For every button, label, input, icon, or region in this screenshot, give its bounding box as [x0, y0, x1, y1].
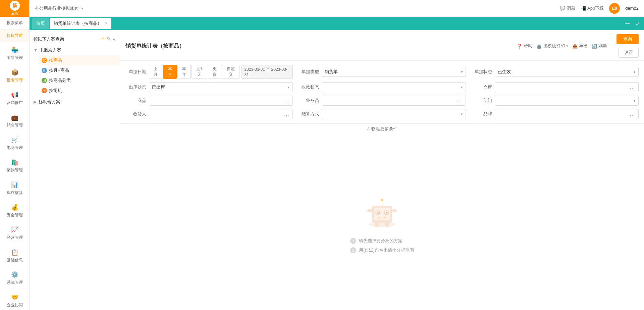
tree-expand-icon: ▼	[34, 48, 38, 53]
sidebar-item-finance[interactable]: 💰 资金管理	[0, 200, 29, 222]
sidebar-item-retail[interactable]: 🏪 零售管理	[0, 42, 29, 65]
tip-1-num: 1	[350, 238, 356, 244]
collapse-label: ∧ 收起更多条件	[367, 126, 398, 131]
tree-item-by-category[interactable]: 回 按商品分类	[39, 75, 120, 86]
date-last-month-btn[interactable]: 上月	[149, 65, 162, 79]
tree-item-category-icon: 回	[42, 78, 47, 83]
date-group: 上月 本月 本年 近7天 更多 自定义 2023-03-01 至 2023-03…	[149, 65, 293, 79]
app-logo[interactable]: 畅 标版	[0, 0, 29, 17]
svg-point-5	[377, 212, 379, 214]
date-7days-btn[interactable]: 近7天	[192, 65, 207, 79]
logo-text: 标版	[11, 11, 18, 16]
doc-status-label: 单据状态	[471, 69, 495, 75]
setting-btn[interactable]: 设置	[619, 48, 639, 58]
ecommerce-icon: 🛒	[1, 136, 28, 144]
sidebar-item-wholesale[interactable]: 📦 批发管理	[0, 65, 29, 87]
tree-item-by-cashier[interactable]: 司 按司机	[39, 86, 120, 96]
warehouse-dots: …	[630, 84, 636, 90]
tab-maximize-btn[interactable]: ⤢	[634, 19, 641, 28]
sidebar-item-sales[interactable]: 💼 销售管理	[0, 110, 29, 132]
tree-group-mobile[interactable]: ▶ 移动端方案	[30, 97, 120, 107]
tree-item-by-month-product-label: 按月+商品	[49, 67, 69, 73]
tab-home-label: 首页	[36, 20, 45, 27]
sidebar-item-inventory[interactable]: 📊 库存核算	[0, 177, 29, 200]
tab-active[interactable]: 销货单统计表（按商品） ×	[50, 18, 111, 29]
collapse-conditions-btn[interactable]: ∧ 收起更多条件	[120, 123, 644, 134]
date-more-btn[interactable]: 更多	[208, 65, 221, 79]
tree-group-pc[interactable]: ▼ 电脑端方案	[30, 45, 120, 55]
date-custom-btn[interactable]: 自定义	[222, 65, 239, 79]
print-btn[interactable]: 🖨️ 按模板打印 ▾	[536, 43, 568, 49]
app-download-btn[interactable]: 📲 App下载	[581, 5, 604, 11]
help-label: 帮助	[524, 43, 532, 49]
right-panel: 销货单统计表（按商品） ❓ 帮助 🖨️ 按模板打印 ▾ 📤 导出	[120, 30, 644, 310]
search-btn[interactable]: 查询	[616, 34, 639, 44]
add-scheme-btn[interactable]: +	[101, 36, 105, 43]
filter-doc-status: 单据状态 已生效 ▾	[471, 67, 639, 77]
tree-item-by-product[interactable]: 按 按商品	[39, 55, 120, 65]
industry-dropdown-icon[interactable]: ▾	[81, 6, 83, 11]
operations-icon: 📈	[1, 226, 28, 234]
svg-rect-12	[385, 222, 389, 227]
tip-1-text: 请先选择要分析的方案	[359, 238, 402, 244]
page-title: 销货单统计表（按商品）	[125, 43, 184, 50]
main-area: 办公用品行业模拟账套 ▾ 💬 消息 📲 App下载 Ea demo2 首页 销货…	[30, 0, 644, 310]
receipt-status-label: 收款状态	[298, 84, 322, 90]
message-btn[interactable]: 💬 消息	[560, 5, 575, 11]
tree-item-month-icon: 月	[42, 68, 47, 73]
sidebar-item-cooperation-label: 企业协同	[7, 303, 23, 307]
doc-status-caret: ▾	[634, 70, 636, 74]
print-icon: 🖨️	[536, 44, 542, 49]
filter-recipient: 收货人 …	[125, 109, 293, 119]
sidebar-item-operations-label: 经营管理	[7, 235, 23, 240]
industry-label: 办公用品行业模拟账套	[35, 5, 78, 11]
quick-nav[interactable]: 快捷导航	[0, 30, 29, 42]
svg-rect-10	[392, 209, 397, 212]
sidebar-item-finance-label: 资金管理	[7, 213, 23, 217]
sidebar-item-system[interactable]: ⚙️ 系统管理	[0, 267, 29, 290]
sidebar-item-operations[interactable]: 📈 经营管理	[0, 222, 29, 245]
logo-icon: 畅	[10, 1, 20, 11]
tab-minimize-btn[interactable]: —	[624, 19, 632, 28]
tab-home[interactable]: 首页	[32, 18, 49, 29]
print-dropdown-icon[interactable]: ▾	[566, 44, 568, 48]
tab-close-icon[interactable]: ×	[105, 21, 107, 26]
collapse-scheme-btn[interactable]: «	[113, 37, 116, 42]
tree-item-by-category-label: 按商品分类	[49, 78, 71, 84]
salesperson-input[interactable]: …	[322, 96, 466, 106]
brand-input[interactable]: …	[495, 109, 639, 119]
help-btn[interactable]: ❓ 帮助	[517, 43, 532, 49]
out-status-select[interactable]: 已出库 ▾	[149, 82, 293, 92]
warehouse-input[interactable]: …	[495, 82, 639, 92]
header-left: 办公用品行业模拟账套 ▾	[35, 5, 83, 11]
doc-type-select[interactable]: 销货单 ▾	[322, 67, 466, 77]
search-menu[interactable]: 搜索菜单	[0, 17, 29, 30]
recipient-input[interactable]: …	[149, 109, 293, 119]
sidebar-item-cooperation[interactable]: 🤝 企业协同	[0, 290, 29, 310]
user-avatar[interactable]: Ea	[609, 3, 620, 14]
tree-item-by-month-product[interactable]: 月 按月+商品	[39, 65, 120, 75]
filter-out-status: 出库状态 已出库 ▾	[125, 82, 293, 92]
doc-status-select[interactable]: 已生效 ▾	[495, 67, 639, 77]
filter-date: 单据日期 上月 本月 本年 近7天 更多 自定义 2023-03-01 至 20…	[125, 65, 293, 79]
sidebar-item-retail-label: 零售管理	[7, 55, 23, 60]
department-select[interactable]: ▾	[495, 96, 639, 106]
date-this-year-btn[interactable]: 本年	[177, 65, 191, 79]
out-status-value: 已出库	[152, 84, 165, 90]
sidebar-item-marketing[interactable]: 📢 营销推广	[0, 87, 29, 110]
export-btn[interactable]: 📤 导出	[572, 43, 588, 49]
settlement-select[interactable]: ▾	[322, 109, 466, 119]
refresh-btn[interactable]: 🔄 刷新	[592, 43, 607, 49]
product-input[interactable]: …	[149, 96, 293, 106]
left-panel-title: 按以下方案查询	[34, 36, 64, 42]
sidebar-item-basic[interactable]: 📋 基础信息	[0, 245, 29, 267]
app-download-label: App下载	[587, 5, 604, 11]
sidebar-item-purchase[interactable]: 🛍️ 采购管理	[0, 155, 29, 177]
sidebar-item-ecommerce[interactable]: 🛒 电商管理	[0, 132, 29, 155]
svg-point-6	[386, 212, 388, 214]
date-this-month-btn[interactable]: 本月	[163, 65, 176, 79]
receipt-status-select[interactable]: ▾	[322, 82, 466, 92]
filter-receipt-status: 收款状态 ▾	[298, 82, 466, 92]
filter-row-4: 收货人 … 结算方式 ▾	[125, 109, 639, 119]
edit-scheme-btn[interactable]: ✎	[107, 36, 111, 42]
